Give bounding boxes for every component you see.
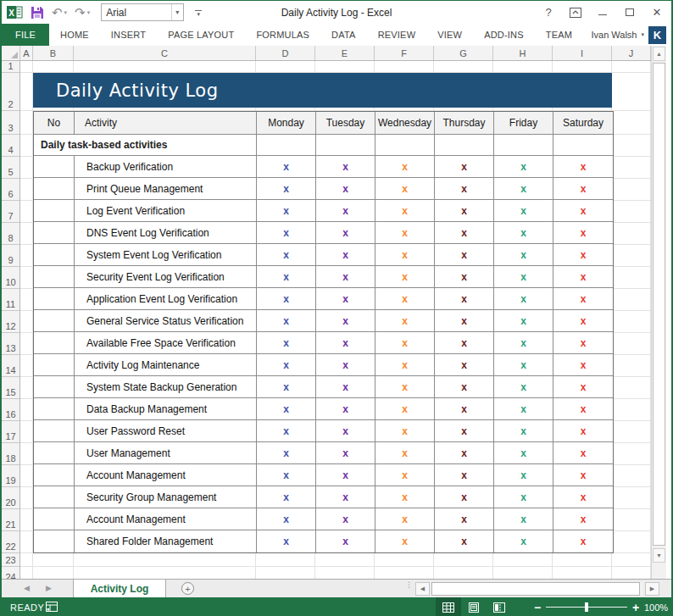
mark-cell-tuesday[interactable]: x bbox=[316, 398, 375, 420]
redo-dropdown-icon[interactable]: ▾ bbox=[87, 9, 91, 16]
mark-cell-friday[interactable]: x bbox=[494, 442, 553, 464]
activity-name-cell[interactable]: Activity Log Maintenance bbox=[75, 354, 257, 376]
no-cell[interactable] bbox=[34, 508, 75, 530]
scroll-right-button[interactable]: ▶ bbox=[645, 582, 659, 596]
no-cell[interactable] bbox=[34, 244, 75, 266]
mark-cell-monday[interactable]: x bbox=[257, 288, 316, 310]
no-cell[interactable] bbox=[34, 354, 75, 376]
help-button[interactable]: ? bbox=[537, 3, 559, 22]
mark-cell-saturday[interactable]: x bbox=[553, 222, 613, 244]
mark-cell-thursday[interactable]: x bbox=[435, 530, 494, 552]
font-name-combobox[interactable]: Arial ▾ bbox=[101, 3, 184, 21]
mark-cell-tuesday[interactable]: x bbox=[316, 376, 375, 398]
mark-cell-tuesday[interactable]: x bbox=[316, 486, 375, 508]
ribbon-display-options-button[interactable] bbox=[565, 3, 587, 22]
activity-name-cell[interactable]: System Event Log Verification bbox=[75, 244, 257, 266]
no-cell[interactable] bbox=[34, 442, 75, 464]
header-cell-wednesday[interactable]: Wednesday bbox=[375, 112, 435, 135]
mark-cell-friday[interactable]: x bbox=[494, 244, 553, 266]
row-header-8[interactable]: 8 bbox=[2, 223, 19, 245]
mark-cell-monday[interactable]: x bbox=[257, 354, 316, 376]
vertical-scroll-thumb[interactable] bbox=[653, 63, 665, 546]
mark-cell-saturday[interactable]: x bbox=[553, 266, 613, 288]
mark-cell-tuesday[interactable]: x bbox=[316, 266, 375, 288]
activity-name-cell[interactable]: Application Event Log Verification bbox=[75, 288, 257, 310]
mark-cell-wednesday[interactable]: x bbox=[375, 310, 435, 332]
mark-cell-friday[interactable]: x bbox=[494, 288, 553, 310]
no-cell[interactable] bbox=[34, 398, 75, 420]
row-header-2[interactable]: 2 bbox=[2, 73, 19, 111]
undo-button[interactable]: ↶ ▾ bbox=[52, 6, 67, 19]
undo-dropdown-icon[interactable]: ▾ bbox=[64, 9, 68, 16]
no-cell[interactable] bbox=[34, 376, 75, 398]
ribbon-tab-review[interactable]: REVIEW bbox=[367, 24, 427, 46]
section-empty-cell-5[interactable] bbox=[494, 135, 553, 156]
mark-cell-wednesday[interactable]: x bbox=[375, 398, 435, 420]
mark-cell-friday[interactable]: x bbox=[494, 310, 553, 332]
horizontal-scrollbar[interactable] bbox=[431, 582, 643, 596]
tab-split-handle[interactable]: ⋮ bbox=[405, 583, 413, 586]
minimize-button[interactable] bbox=[592, 3, 614, 22]
mark-cell-monday[interactable]: x bbox=[257, 332, 316, 354]
mark-cell-thursday[interactable]: x bbox=[435, 288, 494, 310]
mark-cell-thursday[interactable]: x bbox=[435, 332, 494, 354]
worksheet-title-band[interactable]: Daily Activity Log bbox=[33, 73, 612, 108]
ribbon-tab-add-ins[interactable]: ADD-INS bbox=[473, 24, 535, 46]
mark-cell-saturday[interactable]: x bbox=[553, 332, 613, 354]
no-cell[interactable] bbox=[34, 464, 75, 486]
horizontal-scroll-thumb[interactable] bbox=[431, 582, 640, 596]
activity-name-cell[interactable]: DNS Event Log Verification bbox=[75, 222, 257, 244]
scroll-down-button[interactable]: ▼ bbox=[653, 548, 665, 563]
mark-cell-friday[interactable]: x bbox=[494, 222, 553, 244]
zoom-in-button[interactable]: + bbox=[632, 597, 639, 616]
mark-cell-saturday[interactable]: x bbox=[553, 178, 613, 200]
activity-name-cell[interactable]: Backup Verification bbox=[75, 156, 257, 178]
section-header-cell[interactable]: Daily task-based activities bbox=[34, 135, 257, 156]
mark-cell-tuesday[interactable]: x bbox=[316, 354, 375, 376]
column-header-a[interactable]: A bbox=[20, 46, 33, 60]
header-cell-thursday[interactable]: Thursday bbox=[435, 112, 494, 135]
ribbon-tab-data[interactable]: DATA bbox=[320, 24, 367, 46]
mark-cell-wednesday[interactable]: x bbox=[375, 464, 435, 486]
mark-cell-saturday[interactable]: x bbox=[553, 508, 613, 530]
mark-cell-saturday[interactable]: x bbox=[553, 486, 613, 508]
mark-cell-wednesday[interactable]: x bbox=[375, 200, 435, 222]
mark-cell-tuesday[interactable]: x bbox=[316, 332, 375, 354]
mark-cell-tuesday[interactable]: x bbox=[316, 530, 375, 552]
activity-name-cell[interactable]: Shared Folder Management bbox=[75, 530, 257, 552]
page-layout-view-button[interactable] bbox=[461, 597, 487, 616]
mark-cell-tuesday[interactable]: x bbox=[316, 200, 375, 222]
mark-cell-wednesday[interactable]: x bbox=[375, 266, 435, 288]
mark-cell-tuesday[interactable]: x bbox=[316, 310, 375, 332]
mark-cell-friday[interactable]: x bbox=[494, 266, 553, 288]
font-dropdown-icon[interactable]: ▾ bbox=[171, 4, 179, 20]
activity-name-cell[interactable]: System State Backup Generation bbox=[75, 376, 257, 398]
maximize-button[interactable] bbox=[619, 3, 641, 22]
activity-name-cell[interactable]: Account Management bbox=[75, 464, 257, 486]
mark-cell-wednesday[interactable]: x bbox=[375, 508, 435, 530]
mark-cell-thursday[interactable]: x bbox=[435, 244, 494, 266]
mark-cell-thursday[interactable]: x bbox=[435, 464, 494, 486]
mark-cell-monday[interactable]: x bbox=[257, 376, 316, 398]
activity-name-cell[interactable]: General Service Status Verification bbox=[75, 310, 257, 332]
mark-cell-saturday[interactable]: x bbox=[553, 530, 613, 552]
row-header-24[interactable]: 24 bbox=[2, 567, 19, 579]
mark-cell-monday[interactable]: x bbox=[257, 486, 316, 508]
activity-name-cell[interactable]: Security Event Log Verification bbox=[75, 266, 257, 288]
mark-cell-monday[interactable]: x bbox=[257, 420, 316, 442]
section-empty-cell-4[interactable] bbox=[435, 135, 494, 156]
no-cell[interactable] bbox=[34, 200, 75, 222]
mark-cell-wednesday[interactable]: x bbox=[375, 442, 435, 464]
row-header-20[interactable]: 20 bbox=[2, 487, 19, 509]
mark-cell-friday[interactable]: x bbox=[494, 200, 553, 222]
mark-cell-monday[interactable]: x bbox=[257, 398, 316, 420]
no-cell[interactable] bbox=[34, 420, 75, 442]
activity-name-cell[interactable]: Data Backup Management bbox=[75, 398, 257, 420]
mark-cell-wednesday[interactable]: x bbox=[375, 222, 435, 244]
activity-name-cell[interactable]: Print Queue Management bbox=[75, 178, 257, 200]
mark-cell-wednesday[interactable]: x bbox=[375, 244, 435, 266]
activity-name-cell[interactable]: User Management bbox=[75, 442, 257, 464]
section-empty-cell-2[interactable] bbox=[316, 135, 375, 156]
vertical-scrollbar[interactable]: ▲ ▼ bbox=[651, 46, 666, 579]
scroll-left-button[interactable]: ◀ bbox=[415, 582, 430, 596]
